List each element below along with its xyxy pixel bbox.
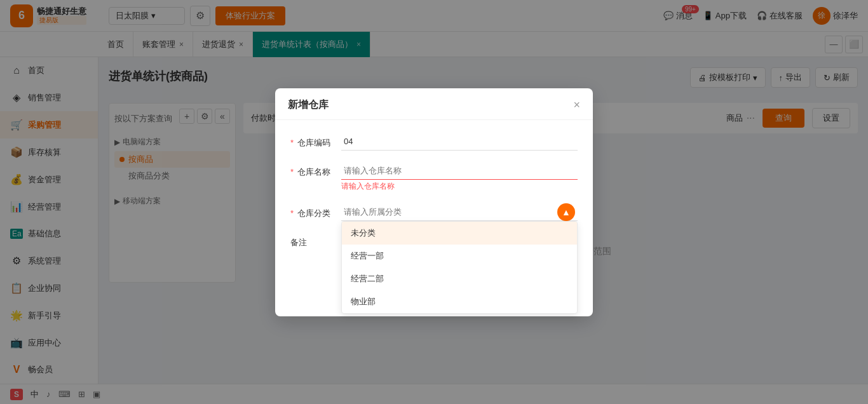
- dropdown-item-3[interactable]: 物业部: [342, 290, 577, 313]
- modal-body: * 仓库编码 * 仓库名称 请输入仓库名称: [275, 120, 593, 274]
- dropdown-item-1[interactable]: 经营一部: [342, 245, 577, 267]
- code-required: *: [290, 138, 294, 147]
- code-input[interactable]: [341, 133, 578, 151]
- note-label-text: 备注: [290, 238, 307, 247]
- name-label: * 仓库名称: [290, 162, 341, 178]
- dropdown-item-0[interactable]: 未分类: [342, 222, 577, 245]
- code-label-text: 仓库编码: [297, 138, 330, 147]
- dropdown-item-2-label: 经营二部: [351, 274, 384, 283]
- select-arrow-button[interactable]: ▲: [557, 203, 575, 221]
- name-label-text: 仓库名称: [297, 167, 330, 177]
- code-label: * 仓库编码: [290, 133, 341, 149]
- dropdown-item-2[interactable]: 经营二部: [342, 267, 577, 290]
- category-required: *: [290, 208, 294, 218]
- name-required: *: [290, 167, 294, 177]
- category-label-text: 仓库分类: [297, 208, 330, 218]
- warehouse-category-field: * 仓库分类 ▲ 未分类 经营一部 经营二部: [290, 203, 578, 221]
- code-input-wrap: [341, 133, 578, 151]
- name-error-msg: 请输入仓库名称: [341, 181, 578, 192]
- dropdown-item-0-label: 未分类: [351, 228, 376, 238]
- modal-close-button[interactable]: ×: [573, 99, 580, 111]
- modal-overlay[interactable]: 新增仓库 × * 仓库编码 * 仓库名称: [0, 0, 868, 404]
- name-input-wrap: 请输入仓库名称: [341, 162, 578, 192]
- modal-header: 新增仓库 ×: [275, 88, 593, 120]
- name-input[interactable]: [341, 162, 578, 180]
- warehouse-name-field: * 仓库名称 请输入仓库名称: [290, 162, 578, 192]
- modal-title: 新增仓库: [288, 98, 329, 112]
- warehouse-code-field: * 仓库编码: [290, 133, 578, 151]
- category-dropdown: 未分类 经营一部 经营二部 物业部: [341, 221, 578, 314]
- modal-new-warehouse: 新增仓库 × * 仓库编码 * 仓库名称: [275, 88, 593, 316]
- dropdown-item-3-label: 物业部: [351, 297, 376, 306]
- category-input[interactable]: [341, 203, 578, 221]
- note-label: 备注: [290, 232, 341, 248]
- category-label: * 仓库分类: [290, 203, 341, 219]
- dropdown-item-1-label: 经营一部: [351, 251, 384, 260]
- category-select-wrap: ▲ 未分类 经营一部 经营二部 物业部: [341, 203, 578, 221]
